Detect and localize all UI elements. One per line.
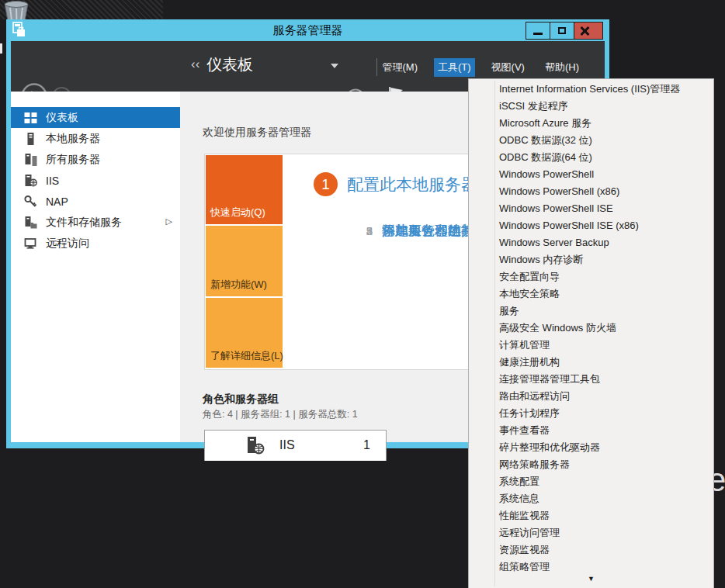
step-number-badge: 1	[314, 172, 338, 196]
roles-groups-stats: 角色: 4 | 服务器组: 1 | 服务器总数: 1	[203, 408, 358, 421]
local-server-icon	[23, 132, 38, 146]
sidebar-item-label: IIS	[46, 175, 59, 187]
tools-menu-item[interactable]: 网络策略服务器	[469, 456, 713, 473]
welcome-tile-column: 快速启动(Q) 新增功能(W) 了解详细信息(L)	[206, 155, 283, 368]
sidebar-item-all-servers[interactable]: 所有服务器	[11, 149, 180, 170]
sidebar-item-nap[interactable]: NAP	[11, 191, 180, 212]
key-icon	[23, 195, 38, 209]
tools-menu-item[interactable]: Windows PowerShell (x86)	[469, 183, 713, 200]
tile-label: 了解详细信息(L)	[210, 349, 283, 363]
tools-menu-item[interactable]: Windows PowerShell ISE	[469, 200, 713, 217]
tools-menu-item[interactable]: 资源监视器	[469, 541, 713, 559]
tools-menu-item[interactable]: 事件查看器	[469, 422, 713, 439]
tools-menu-item[interactable]: 任务计划程序	[469, 405, 713, 422]
tools-menu-item[interactable]: Microsoft Azure 服务	[469, 115, 713, 132]
tools-menu-item[interactable]: 本地安全策略	[469, 285, 713, 303]
tools-menu-item[interactable]: ODBC 数据源(32 位)	[469, 132, 713, 149]
file-storage-icon	[23, 216, 38, 230]
sidebar-item-dashboard[interactable]: 仪表板	[11, 107, 180, 128]
role-tile-count: 1	[363, 438, 370, 452]
sidebar-item-label: 仪表板	[46, 111, 78, 125]
menu-tools[interactable]: 工具(T)	[434, 58, 475, 77]
menu-view[interactable]: 视图(V)	[487, 58, 529, 77]
step-number: 5	[205, 224, 373, 237]
sidebar-list: 仪表板 本地服务器 所有服务器	[11, 107, 180, 254]
tools-menu-item[interactable]: 组策略管理	[469, 559, 713, 576]
tools-menu-item[interactable]: 连接管理器管理工具包	[469, 371, 713, 388]
background-window-fragment	[0, 43, 2, 54]
tools-menu-item[interactable]: 碎片整理和优化驱动器	[469, 439, 713, 456]
titlebar[interactable]: 服务器管理器	[6, 19, 609, 41]
step-link[interactable]: 配置此本地服务器	[347, 174, 477, 195]
breadcrumb-dropdown-icon[interactable]	[331, 64, 338, 68]
iis-icon	[23, 174, 38, 188]
sidebar: 仪表板 本地服务器 所有服务器	[11, 92, 180, 442]
sidebar-item-label: 本地服务器	[46, 132, 100, 146]
welcome-heading: 欢迎使用服务器管理器	[203, 126, 311, 140]
sidebar-item-label: 文件和存储服务	[46, 216, 122, 230]
tools-menu-item[interactable]: 系统配置	[469, 473, 713, 490]
breadcrumb[interactable]: 仪表板	[206, 54, 253, 75]
tools-menu-item[interactable]: ODBC 数据源(64 位)	[469, 149, 713, 166]
sidebar-item-label: 所有服务器	[46, 153, 100, 167]
tools-menu-item[interactable]: 计算机管理	[469, 337, 713, 354]
sidebar-item-file-storage[interactable]: 文件和存储服务 ▷	[11, 212, 180, 233]
tools-menu-item[interactable]: 安全配置向导	[469, 268, 713, 285]
sidebar-item-label: 远程访问	[46, 237, 89, 251]
tools-menu-list: Internet Information Services (IIS)管理器 i…	[469, 81, 713, 576]
tools-menu-item[interactable]: Windows PowerShell ISE (x86)	[469, 217, 713, 234]
learn-more-tile[interactable]: 了解详细信息(L)	[206, 298, 283, 368]
tools-menu-item[interactable]: 健康注册机构	[469, 354, 713, 371]
tools-menu-item[interactable]: 远程访问管理	[469, 524, 713, 541]
tools-menu-item[interactable]: 服务	[469, 303, 713, 320]
menu-scroll-down-arrow[interactable]: ▼	[469, 574, 713, 583]
navbar-divider	[376, 58, 377, 76]
role-tile-name: IIS	[279, 438, 295, 452]
sidebar-item-local-server[interactable]: 本地服务器	[11, 128, 180, 149]
menu-help[interactable]: 帮助(H)	[541, 58, 583, 77]
close-button[interactable]	[574, 22, 602, 39]
tile-label: 快速启动(Q)	[210, 206, 265, 220]
minimize-button[interactable]	[526, 22, 550, 39]
all-servers-icon	[23, 153, 38, 167]
window-title: 服务器管理器	[6, 19, 609, 41]
sidebar-item-label: NAP	[46, 195, 68, 208]
roles-groups-heading: 角色和服务器组	[203, 393, 279, 406]
collapse-breadcrumb-icon[interactable]: ‹‹	[191, 57, 199, 72]
menu-manage[interactable]: 管理(M)	[379, 58, 422, 77]
tools-menu-item[interactable]: 高级安全 Windows 防火墙	[469, 320, 713, 337]
tools-menu-item[interactable]: 路由和远程访问	[469, 388, 713, 405]
iis-icon	[245, 436, 265, 456]
sidebar-item-remote-access[interactable]: 远程访问	[11, 233, 180, 254]
tools-menu-item[interactable]: iSCSI 发起程序	[469, 98, 713, 115]
tile-label: 新增功能(W)	[210, 278, 267, 292]
maximize-button[interactable]	[550, 22, 574, 39]
maximize-icon	[558, 27, 566, 34]
tools-dropdown-menu: Internet Information Services (IIS)管理器 i…	[468, 78, 714, 588]
minimize-icon	[533, 33, 543, 35]
step-configure-local-server[interactable]: 1 配置此本地服务器	[314, 172, 477, 196]
tools-menu-item[interactable]: Internet Information Services (IIS)管理器	[469, 81, 713, 98]
quick-start-tile[interactable]: 快速启动(Q)	[206, 155, 283, 224]
tools-menu-item[interactable]: Windows Server Backup	[469, 234, 713, 251]
window-controls	[526, 22, 603, 40]
tools-menu-item[interactable]: 系统信息	[469, 490, 713, 507]
recycle-bin-icon[interactable]	[3, 1, 31, 22]
tools-menu-item[interactable]: Windows 内存诊断	[469, 251, 713, 268]
menubar: 管理(M) 工具(T) 视图(V) 帮助(H)	[379, 58, 584, 77]
tools-menu-item[interactable]: Windows PowerShell	[469, 166, 713, 183]
dashboard-grid-icon	[23, 111, 38, 125]
expand-submenu-icon[interactable]: ▷	[166, 216, 172, 227]
desktop: e 服务器管理器	[0, 0, 725, 588]
tools-menu-item[interactable]: 性能监视器	[469, 507, 713, 524]
iis-role-tile[interactable]: IIS 1	[204, 430, 387, 461]
sidebar-item-iis[interactable]: IIS	[11, 170, 180, 191]
remote-access-icon	[23, 237, 38, 251]
